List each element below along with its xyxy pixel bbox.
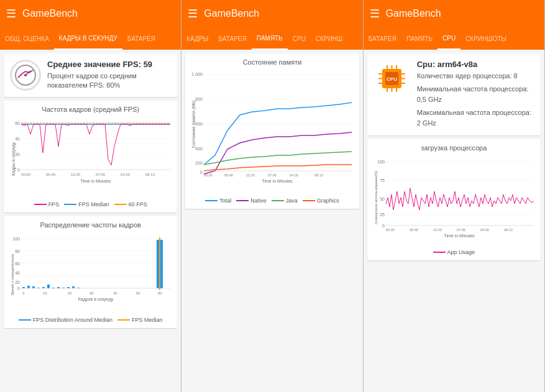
svg-text:20: 20	[15, 152, 20, 157]
legend-fps-label: FPS	[48, 201, 60, 207]
svg-text:13:20: 13:20	[71, 173, 81, 176]
panel-fps: ☰ GameBench ОБЩ. ОЦЕНКА КАДРЫ В СЕКУНДУ …	[0, 0, 181, 392]
svg-rect-38	[47, 285, 50, 288]
svg-text:50: 50	[136, 291, 140, 295]
memory-legend: Total Native Java Graphics	[190, 198, 354, 204]
cpu-chip-icon: CPU	[373, 60, 411, 97]
svg-text:40: 40	[113, 291, 117, 295]
fps-summary-card: Среднее значение FPS: 59 Процент кадров …	[4, 53, 177, 97]
tab-battery-2[interactable]: БАТАРЕЯ	[213, 27, 251, 50]
tab-memory[interactable]: ПАМЯТЬ	[252, 27, 288, 50]
hamburger-icon-1[interactable]: ☰	[6, 7, 16, 21]
legend-graphics: Graphics	[303, 198, 339, 204]
svg-text:25: 25	[380, 212, 385, 217]
tab-battery-1[interactable]: БАТАРЕЯ	[122, 27, 160, 50]
svg-text:80: 80	[15, 249, 20, 253]
svg-text:20: 20	[15, 280, 20, 285]
svg-rect-33	[22, 287, 25, 288]
topbar-1: ☰ GameBench	[0, 0, 181, 27]
fps-dist-title: Распределение частоты кадров	[9, 221, 172, 229]
legend-60fps-label: 60 FPS	[129, 201, 147, 207]
svg-text:04:26: 04:26	[290, 173, 298, 177]
svg-text:60: 60	[15, 121, 20, 125]
content-1: Среднее значение FPS: 59 Процент кадров …	[0, 50, 181, 392]
tab-memory-3[interactable]: ПАМЯТЬ	[401, 27, 437, 50]
legend-total: Total	[205, 198, 231, 204]
legend-dist-color	[19, 319, 31, 321]
fps-text: Среднее значение FPS: 59 Процент кадров …	[47, 60, 171, 91]
svg-text:10: 10	[43, 291, 47, 295]
legend-fps-median: FPS Median	[64, 201, 109, 207]
legend-fps-median-color	[64, 204, 76, 205]
content-2: Состояние памяти 1 000 800 600 400 200 0	[181, 50, 362, 392]
topbar-3: ☰ GameBench	[364, 0, 544, 27]
svg-text:Время с определённым: Время с определённым	[11, 254, 14, 295]
tab-fps[interactable]: КАДРЫ В СЕКУНДУ	[54, 27, 122, 50]
svg-text:40: 40	[15, 137, 20, 141]
memory-chart-title: Состояние памяти	[190, 58, 354, 66]
svg-text:0: 0	[200, 170, 203, 175]
svg-text:07:06: 07:06	[96, 173, 106, 176]
app-title-2: GameBench	[204, 8, 259, 19]
tab-screenshots-3[interactable]: СКРИНШОТЫ	[460, 27, 511, 50]
svg-text:07:06: 07:06	[268, 173, 277, 177]
tab-fps-2[interactable]: КАДРЫ	[181, 27, 213, 50]
cpu-max-freq: Максимальная частота процессора: 2 GHz	[417, 107, 534, 129]
content-3: CPU Cpu: arm64-v8a Количество ядер проце…	[364, 50, 544, 392]
svg-text:50: 50	[380, 197, 385, 201]
cpu-legend: App Usage	[372, 249, 536, 255]
svg-rect-34	[27, 286, 30, 288]
svg-text:Time in Minutes: Time in Minutes	[262, 179, 293, 183]
tab-general[interactable]: ОБЩ. ОЦЕНКА	[0, 27, 54, 50]
svg-text:05:46: 05:46	[224, 173, 233, 177]
svg-text:CPU: CPU	[387, 76, 397, 82]
svg-rect-43	[72, 286, 75, 288]
svg-text:13:20: 13:20	[246, 173, 255, 177]
svg-text:800: 800	[196, 97, 203, 101]
svg-text:100: 100	[377, 160, 385, 164]
legend-60fps: 60 FPS	[114, 201, 147, 207]
tabs-1: ОБЩ. ОЦЕНКА КАДРЫ В СЕКУНДУ БАТАРЕЯ	[0, 27, 181, 50]
svg-text:1 000: 1 000	[192, 72, 203, 76]
legend-dist-median: FPS Median	[117, 317, 163, 323]
svg-text:400: 400	[196, 147, 203, 151]
svg-text:Кадры в секунду: Кадры в секунду	[11, 142, 16, 176]
svg-text:75: 75	[380, 178, 385, 183]
legend-dist: FPS Distribution Around Median	[19, 317, 112, 323]
svg-text:0: 0	[22, 291, 25, 295]
legend-dist-median-label: FPS Median	[132, 317, 163, 323]
svg-text:08:13: 08:13	[314, 173, 323, 177]
svg-text:Кадров в секунду: Кадров в секунду	[78, 297, 114, 302]
tab-cpu-2[interactable]: CPU	[288, 27, 311, 50]
svg-text:07:06: 07:06	[457, 228, 465, 232]
tabs-3: БАТАРЕЯ ПАМЯТЬ CPU СКРИНШОТЫ	[364, 27, 544, 50]
tab-cpu-3[interactable]: CPU	[437, 27, 460, 50]
cpu-chart-title: загрузка процессора	[372, 144, 536, 152]
legend-fps: FPS	[34, 201, 60, 207]
tab-screen-2[interactable]: СКРИНШ	[311, 27, 347, 50]
fps-title: Среднее значение FPS: 59	[47, 60, 171, 69]
cpu-text: Cpu: arm64-v8a Количество ядер процессор…	[417, 60, 534, 129]
svg-text:05:46: 05:46	[46, 173, 56, 176]
svg-text:00:00: 00:00	[21, 173, 31, 176]
svg-text:Состояние памяти (Mb): Состояние памяти (Mb)	[191, 101, 196, 148]
tab-battery-3[interactable]: БАТАРЕЯ	[364, 27, 401, 50]
svg-text:00:00: 00:00	[204, 173, 213, 177]
svg-rect-42	[67, 287, 70, 288]
cpu-min-freq: Минимальная частота процессора: 0,5 GHz	[417, 84, 534, 106]
legend-app-usage: App Usage	[433, 249, 475, 255]
fps-dist-area: Время с определённым 100 80 60 40 20 0	[9, 231, 172, 314]
topbar-2: ☰ GameBench	[181, 0, 362, 27]
fps-chart-area: Кадры в секунду 60 40 20 0	[9, 116, 172, 199]
svg-text:60: 60	[158, 291, 162, 295]
legend-java: Java	[272, 198, 298, 204]
app-title-1: GameBench	[22, 8, 78, 19]
hamburger-icon-3[interactable]: ☰	[370, 7, 380, 21]
svg-text:40: 40	[15, 271, 20, 275]
svg-text:13:20: 13:20	[433, 228, 442, 232]
cpu-info-card: CPU Cpu: arm64-v8a Количество ядер проце…	[367, 53, 541, 135]
hamburger-icon-2[interactable]: ☰	[188, 7, 198, 21]
legend-dist-median-color	[117, 319, 130, 321]
svg-text:0: 0	[17, 168, 20, 172]
svg-text:60: 60	[15, 262, 20, 266]
